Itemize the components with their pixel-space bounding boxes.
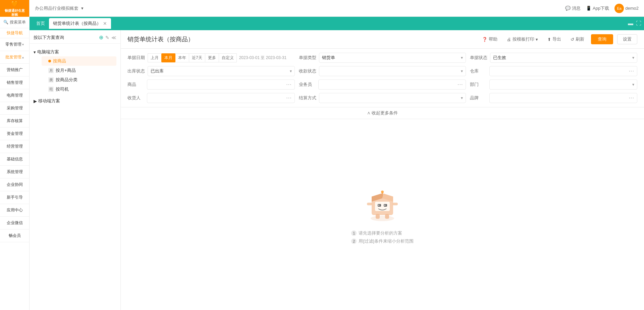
doc-status-label: 单据状态: [470, 55, 487, 61]
sidebar-item-purchase[interactable]: 采购管理: [0, 102, 29, 115]
filter-row-4: 收货人 ··· 结算方式 ▾ 品牌: [127, 93, 637, 103]
staff-input[interactable]: ···: [318, 80, 466, 90]
help-btn[interactable]: ❓ 帮助: [479, 35, 500, 44]
tree-group-desktop-arrow: ▾: [34, 50, 36, 55]
doc-type-input[interactable]: 销货单 ▾: [319, 53, 466, 63]
tree-item-driver[interactable]: 司 按司机: [42, 85, 116, 94]
date-tab-7days[interactable]: 近7天: [189, 53, 205, 62]
goods-label: 商品: [127, 82, 144, 88]
tree-group-mobile-title[interactable]: ▶ 移动端方案: [34, 97, 116, 105]
filter-panel-title: 按以下方案查询: [34, 35, 64, 41]
print-dropdown-icon[interactable]: ▾: [536, 37, 538, 42]
brand-input[interactable]: ···: [489, 93, 637, 103]
dept-input[interactable]: ▾: [489, 80, 637, 90]
app-download-btn[interactable]: 📱 App下载: [586, 5, 609, 11]
sidebar-item-member[interactable]: 畅会员: [0, 229, 29, 242]
storage-label: 仓库: [470, 68, 487, 74]
tree-item-goods-category[interactable]: 类 按商品分类: [42, 75, 116, 85]
export-label: 导出: [552, 36, 561, 42]
refresh-btn[interactable]: ↺ 刷新: [568, 35, 587, 44]
date-tab-custom[interactable]: 自定义: [219, 53, 237, 62]
message-btn[interactable]: 💬 消息: [565, 5, 581, 11]
settings-button[interactable]: 设置: [617, 34, 637, 44]
print-label: 按模板打印: [513, 36, 534, 42]
date-tab-this-month[interactable]: 本月: [161, 53, 175, 62]
empty-tips: 1 请先选择要分析的方案 2 用[过滤]条件来缩小分析范围: [351, 230, 413, 246]
tree-group-mobile-arrow: ▶: [34, 99, 37, 104]
sidebar-item-ecommerce[interactable]: 电商管理: [0, 89, 29, 102]
sidebar-item-finance[interactable]: 资金管理: [0, 127, 29, 140]
sidebar-item-operation[interactable]: 经营管理: [0, 140, 29, 153]
tip-num-2: 2: [351, 239, 357, 244]
sidebar-item-guide[interactable]: 新手引导: [0, 191, 29, 204]
sidebar-item-marketing[interactable]: 营销推广: [0, 64, 29, 76]
collapse-bar[interactable]: ∧ 收起更多条件: [121, 107, 644, 119]
export-btn[interactable]: ⬆ 导出: [545, 35, 564, 44]
settlement-label: 结算方式: [299, 95, 316, 101]
warehouse-input[interactable]: 已出库 ▾: [148, 66, 295, 76]
sidebar-item-appstore[interactable]: 应用中心: [0, 204, 29, 217]
sidebar-item-system[interactable]: 系统管理: [0, 166, 29, 178]
sidebar-item-inventory[interactable]: 库存核算: [0, 115, 29, 127]
tree-item-by-goods[interactable]: 按商品: [42, 56, 116, 66]
svg-rect-6: [384, 205, 385, 206]
collapse-label: ∧ 收起更多条件: [367, 110, 398, 115]
tab-close-icon[interactable]: ✕: [103, 21, 107, 26]
collapse-panel-icon[interactable]: ≪: [111, 35, 116, 40]
brand-field: 品牌 ···: [470, 93, 637, 103]
sidebar-item-wechat[interactable]: 企业微信: [0, 217, 29, 229]
sidebar-item-sales[interactable]: 销售管理: [0, 76, 29, 89]
ecommerce-label: 电商管理: [7, 93, 23, 98]
filter-panel-icons: ⊕ ✎ ≪: [99, 34, 116, 41]
app-download-label: App下载: [593, 5, 609, 11]
sidebar-item-enterprise[interactable]: 企业协同: [0, 178, 29, 191]
tree-item-month-goods[interactable]: 月 按月+商品: [42, 66, 116, 75]
tree-item-driver-label: 按司机: [56, 86, 69, 92]
svg-rect-5: [378, 205, 379, 206]
tree-group-mobile: ▶ 移动端方案: [30, 95, 120, 107]
tree-subgroup-desktop: 按商品 月 按月+商品 类 按商品分类 司 按司机: [34, 56, 116, 94]
goods-input[interactable]: ···: [147, 80, 295, 90]
sidebar-item-wholesale[interactable]: 批发管理 ▴: [0, 51, 29, 64]
storage-input[interactable]: ···: [489, 66, 637, 76]
search-menu[interactable]: 🔍 搜索菜单: [0, 17, 29, 28]
top-bar-left: 办公用品行业模拟账套 ▾: [35, 5, 84, 11]
tree-group-desktop-title[interactable]: ▾ 电脑端方案: [34, 48, 116, 56]
print-btn[interactable]: 🖨 按模板打印 ▾: [504, 35, 541, 44]
date-tab-this-year[interactable]: 本年: [175, 53, 189, 62]
tab-minimize-icon[interactable]: ▬: [628, 20, 633, 27]
date-tab-last-month[interactable]: 上月: [148, 53, 162, 62]
query-button[interactable]: 查询: [591, 34, 613, 44]
svg-rect-11: [376, 214, 380, 219]
user-avatar[interactable]: Ea demo2: [614, 4, 639, 13]
tab-maximize-icon[interactable]: ⛶: [636, 20, 641, 27]
tip-1-text: 请先选择要分析的方案: [359, 230, 402, 236]
tab-home[interactable]: 首页: [32, 18, 49, 29]
date-tab-more[interactable]: 更多: [205, 53, 219, 62]
edit-scheme-icon[interactable]: ✎: [105, 35, 109, 40]
tab-report-label: 销货单统计表（按商品）: [53, 20, 101, 27]
logo-icon: 🧡: [11, 0, 18, 8]
top-bar-right: 💬 消息 📱 App下载 Ea demo2: [565, 4, 639, 13]
doc-status-input[interactable]: 已生效 ▾: [490, 53, 637, 63]
tab-bar-right: ▬ ⛶: [628, 20, 641, 27]
tab-report[interactable]: 销货单统计表（按商品） ✕: [49, 18, 111, 29]
filter-panel: 按以下方案查询 ⊕ ✎ ≪ ▾ 电脑端方案 按商品: [30, 30, 121, 310]
download-icon: 📱: [586, 6, 591, 11]
sidebar-item-retail[interactable]: 零售管理 ▾: [0, 38, 29, 51]
quick-nav[interactable]: 快捷导航: [0, 28, 29, 38]
tab-bar: 首页 销货单统计表（按商品） ✕ ▬ ⛶: [30, 17, 644, 30]
settlement-input[interactable]: ▾: [319, 93, 466, 103]
finance-label: 资金管理: [7, 131, 23, 137]
industry-dropdown-icon[interactable]: ▾: [81, 6, 84, 11]
appstore-label: 应用中心: [7, 207, 23, 213]
payment-input[interactable]: ▾: [319, 66, 466, 76]
message-label: 消息: [572, 5, 581, 11]
add-scheme-icon[interactable]: ⊕: [99, 34, 103, 41]
receiver-input[interactable]: ···: [147, 93, 295, 103]
driver-icon: 司: [48, 87, 54, 92]
sidebar-item-basic[interactable]: 基础信息: [0, 153, 29, 166]
tab-home-label: 首页: [36, 20, 45, 27]
receiver-field: 收货人 ···: [127, 93, 295, 103]
warehouse-chevron: ▾: [290, 69, 292, 73]
